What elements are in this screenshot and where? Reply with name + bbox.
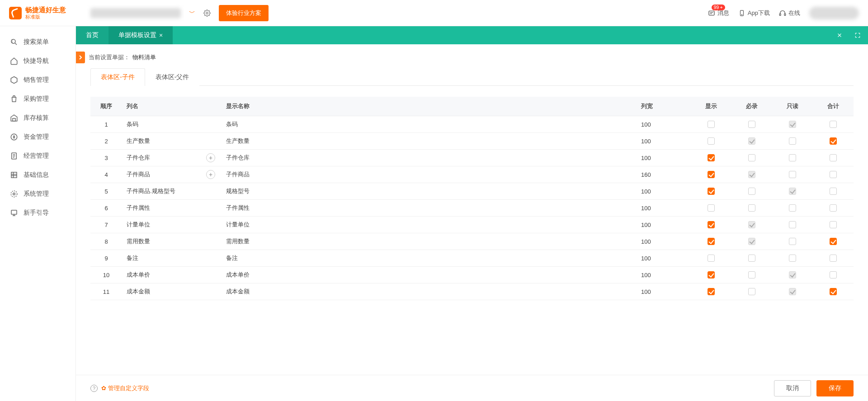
cell-display[interactable]: 计量单位: [222, 217, 637, 233]
cell-display[interactable]: 生产数量: [222, 133, 637, 150]
cell-name[interactable]: 计量单位: [122, 217, 222, 233]
checkbox[interactable]: [830, 238, 837, 245]
cell-width[interactable]: 100: [637, 116, 691, 133]
checkbox[interactable]: [789, 154, 796, 161]
cell-name[interactable]: 子件商品+: [122, 166, 222, 183]
cell-name[interactable]: 子件商品.规格型号: [122, 183, 222, 200]
cell-display[interactable]: 成本金额: [222, 283, 637, 300]
checkbox[interactable]: [748, 188, 755, 195]
cell-name[interactable]: 成本单价: [122, 267, 222, 283]
cell-display[interactable]: 条码: [222, 116, 637, 133]
checkbox[interactable]: [789, 121, 796, 128]
chevron-down-icon[interactable]: ﹀: [189, 9, 195, 17]
cell-display[interactable]: 子件属性: [222, 200, 637, 217]
cell-width[interactable]: 100: [637, 183, 691, 200]
sidebar-item-3[interactable]: 采购管理: [0, 90, 75, 109]
checkbox[interactable]: [789, 288, 796, 295]
tab-template-settings[interactable]: 单据模板设置 ×: [108, 26, 173, 44]
cell-name[interactable]: 子件属性: [122, 200, 222, 217]
checkbox[interactable]: [708, 255, 715, 262]
online-service-link[interactable]: 在线: [779, 9, 800, 17]
cancel-button[interactable]: 取消: [774, 380, 811, 396]
manage-custom-fields-link[interactable]: 管理自定义字段: [108, 384, 149, 392]
checkbox[interactable]: [789, 137, 796, 145]
checkbox[interactable]: [830, 171, 837, 178]
checkbox[interactable]: [748, 154, 755, 161]
checkbox[interactable]: [830, 255, 837, 262]
cell-width[interactable]: 100: [637, 233, 691, 250]
checkbox[interactable]: [708, 137, 715, 145]
sidebar-item-6[interactable]: 经营管理: [0, 146, 75, 165]
checkbox[interactable]: [789, 188, 796, 195]
cell-name[interactable]: 子件仓库+: [122, 150, 222, 166]
checkbox[interactable]: [830, 221, 837, 228]
checkbox[interactable]: [789, 238, 796, 245]
checkbox[interactable]: [708, 204, 715, 212]
checkbox[interactable]: [748, 221, 755, 228]
fullscreen-icon[interactable]: [852, 29, 863, 41]
checkbox[interactable]: [748, 255, 755, 262]
checkbox[interactable]: [708, 221, 715, 228]
checkbox[interactable]: [708, 188, 715, 195]
checkbox[interactable]: [789, 171, 796, 178]
checkbox[interactable]: [748, 121, 755, 128]
checkbox[interactable]: [708, 288, 715, 295]
checkbox[interactable]: [830, 154, 837, 161]
sidebar-item-9[interactable]: 新手引导: [0, 203, 75, 222]
cell-width[interactable]: 160: [637, 166, 691, 183]
cell-display[interactable]: 成本单价: [222, 267, 637, 283]
checkbox[interactable]: [748, 171, 755, 178]
sidebar-item-1[interactable]: 快捷导航: [0, 52, 75, 71]
checkbox[interactable]: [748, 137, 755, 145]
app-download-link[interactable]: App下载: [738, 9, 770, 17]
trial-button[interactable]: 体验行业方案: [219, 5, 269, 21]
sidebar-item-2[interactable]: 销售管理: [0, 71, 75, 90]
cell-width[interactable]: 100: [637, 150, 691, 166]
checkbox[interactable]: [830, 188, 837, 195]
cell-width[interactable]: 100: [637, 283, 691, 300]
sidebar-item-7[interactable]: 基础信息: [0, 165, 75, 184]
tab-home[interactable]: 首页: [76, 26, 108, 44]
sidebar-item-0[interactable]: 搜索菜单: [0, 33, 75, 52]
cell-width[interactable]: 100: [637, 133, 691, 150]
checkbox[interactable]: [830, 121, 837, 128]
cell-name[interactable]: 需用数量: [122, 233, 222, 250]
checkbox[interactable]: [789, 255, 796, 262]
sidebar-item-5[interactable]: 资金管理: [0, 127, 75, 146]
cell-display[interactable]: 规格型号: [222, 183, 637, 200]
sidebar-item-4[interactable]: 库存核算: [0, 109, 75, 127]
cell-width[interactable]: 100: [637, 267, 691, 283]
save-button[interactable]: 保存: [816, 380, 854, 396]
checkbox[interactable]: [748, 271, 755, 278]
settings-icon[interactable]: [203, 9, 211, 17]
plus-icon[interactable]: +: [206, 170, 215, 179]
checkbox[interactable]: [708, 171, 715, 178]
cell-name[interactable]: 成本金额: [122, 283, 222, 300]
user-avatar[interactable]: [809, 7, 859, 19]
subtab-child[interactable]: 表体区-子件: [90, 68, 145, 86]
subtab-parent[interactable]: 表体区-父件: [145, 68, 200, 86]
sidebar-item-8[interactable]: 系统管理: [0, 184, 75, 203]
cell-width[interactable]: 100: [637, 200, 691, 217]
cell-width[interactable]: 100: [637, 217, 691, 233]
messages-link[interactable]: 99 + 消息: [708, 9, 729, 17]
checkbox[interactable]: [708, 238, 715, 245]
close-all-icon[interactable]: [834, 29, 845, 41]
checkbox[interactable]: [789, 271, 796, 278]
checkbox[interactable]: [748, 238, 755, 245]
cell-display[interactable]: 需用数量: [222, 233, 637, 250]
cell-name[interactable]: 备注: [122, 250, 222, 267]
help-icon[interactable]: ?: [90, 385, 98, 392]
checkbox[interactable]: [830, 288, 837, 295]
cell-display[interactable]: 子件仓库: [222, 150, 637, 166]
checkbox[interactable]: [830, 271, 837, 278]
expand-handle-icon[interactable]: [76, 52, 85, 63]
checkbox[interactable]: [830, 137, 837, 145]
cell-display[interactable]: 备注: [222, 250, 637, 267]
checkbox[interactable]: [789, 221, 796, 228]
cell-display[interactable]: 子件商品: [222, 166, 637, 183]
checkbox[interactable]: [748, 204, 755, 212]
plus-icon[interactable]: +: [206, 153, 215, 162]
checkbox[interactable]: [708, 271, 715, 278]
close-icon[interactable]: ×: [159, 32, 163, 39]
